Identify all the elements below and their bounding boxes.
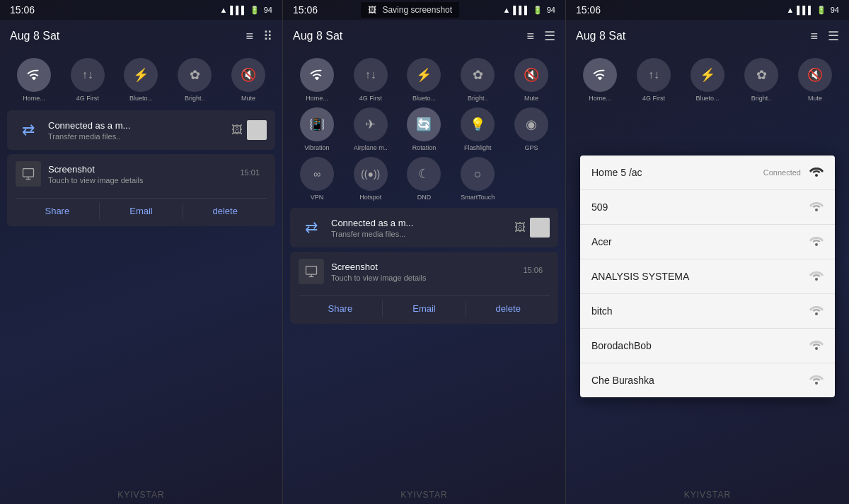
toggle-bt-circle-1[interactable]: ⚡ (124, 58, 158, 92)
wifi-item-home[interactable]: Home 5 /ac Connected (580, 156, 835, 190)
wifi-item-bitch[interactable]: bitch (580, 294, 835, 329)
delete-btn-2[interactable]: delete (466, 300, 550, 317)
toggle-gps-circle-2[interactable]: ◉ (514, 107, 548, 141)
saving-banner: 🖼 Saving screenshot (361, 2, 459, 18)
toggle-rotation-2[interactable]: 🔄 Rotation (403, 107, 445, 151)
notif-screenshot-1[interactable]: Screenshot Touch to view image details 1… (7, 154, 275, 226)
toggle-gps-2[interactable]: ◉ GPS (510, 107, 553, 151)
toggle-mute-circle-2[interactable]: 🔇 (514, 58, 548, 92)
toggle-bt-1[interactable]: ⚡ Blueto... (120, 58, 162, 102)
toggle-bt-2[interactable]: ⚡ Blueto... (403, 58, 445, 102)
toggle-bright-circle-2[interactable]: ✿ (461, 58, 495, 92)
toggle-vpn-2[interactable]: ∞ VPN (296, 157, 338, 201)
toggle-gps-label-2: GPS (525, 144, 538, 151)
hamburger-icon-1[interactable]: ≡ (246, 29, 253, 44)
toggle-flashlight-circle-2[interactable]: 💡 (461, 107, 495, 141)
toggle-bright-2[interactable]: ✿ Bright.. (456, 58, 499, 102)
share-btn-2[interactable]: Share (299, 300, 383, 317)
toggle-bright-3[interactable]: ✿ Bright.. (740, 58, 782, 102)
toggle-smarttouch-2[interactable]: ○ SmartTouch (456, 157, 499, 201)
toggle-wifi-1[interactable]: Home... (13, 58, 55, 102)
phone-panel-1: 15:06 ▲ ▌▌▌ 🔋 94 Aug 8 Sat ≡ ⠿ Home... ↑… (0, 0, 283, 504)
toggle-4g-label-2: 4G First (359, 95, 382, 102)
notif-usb-body-2: Connected as a m... Transfer media files… (331, 218, 507, 238)
toggle-bright-circle-3[interactable]: ✿ (744, 58, 778, 92)
toggle-wifi-circle-1[interactable] (17, 58, 51, 92)
toggle-wifi-3[interactable]: Home... (579, 58, 621, 102)
email-btn-1[interactable]: Email (100, 203, 184, 219)
toggle-4g-2[interactable]: ↑↓ 4G First (350, 58, 392, 102)
toggle-wifi-circle-2[interactable] (300, 58, 334, 92)
email-btn-2[interactable]: Email (383, 300, 467, 317)
toggle-4g-circle-1[interactable]: ↑↓ (71, 58, 105, 92)
saving-text: Saving screenshot (382, 5, 452, 15)
notif-screenshot-sub-1: Touch to view image details (48, 176, 267, 184)
toggle-bt-circle-2[interactable]: ⚡ (407, 58, 441, 92)
svg-rect-0 (23, 169, 34, 177)
wifi-home-signal (809, 165, 824, 180)
wifi-item-acer[interactable]: Acer (580, 225, 835, 259)
toggle-wifi-circle-3[interactable] (583, 58, 617, 92)
toggle-wifi-2[interactable]: Home... (296, 58, 338, 102)
toggle-4g-circle-2[interactable]: ↑↓ (354, 58, 388, 92)
toggle-mute-1[interactable]: 🔇 Mute (227, 58, 270, 102)
toggle-mute-circle-3[interactable]: 🔇 (798, 58, 832, 92)
grid-icon-1[interactable]: ⠿ (263, 28, 272, 44)
usb-icon-2: ⇄ (299, 215, 324, 240)
grid-icon-2[interactable]: ☰ (544, 28, 555, 44)
toggle-airplane-circle-2[interactable]: ✈ (354, 107, 388, 141)
toggle-vibration-label-2: Vibration (304, 144, 329, 151)
status-bar-1: 15:06 ▲ ▌▌▌ 🔋 94 (0, 0, 282, 20)
toggle-hotspot-circle-2[interactable]: ((●)) (354, 157, 388, 191)
toggle-4g-3[interactable]: ↑↓ 4G First (633, 58, 675, 102)
toggle-bright-circle-1[interactable]: ✿ (178, 58, 212, 92)
battery-icon-3: 🔋 (816, 6, 826, 15)
notif-screenshot-body-2: Screenshot Touch to view image details (331, 262, 550, 282)
toggle-mute-circle-1[interactable]: 🔇 (231, 58, 265, 92)
status-icons-3: ▲ ▌▌▌ 🔋 94 (786, 6, 839, 15)
wifi-item-che[interactable]: Che Burashka (580, 363, 835, 397)
header-date-3: Aug 8 Sat (576, 30, 625, 42)
toggle-rotation-circle-2[interactable]: 🔄 (407, 107, 441, 141)
toggle-mute-2[interactable]: 🔇 Mute (510, 58, 553, 102)
toggle-wifi-label-3: Home... (589, 95, 611, 102)
toggle-hotspot-2[interactable]: ((●)) Hotspot (350, 157, 392, 201)
toggle-bt-label-3: Blueto... (695, 95, 719, 102)
hamburger-icon-3[interactable]: ≡ (810, 29, 818, 44)
toggle-flashlight-2[interactable]: 💡 Flashlight (456, 107, 499, 151)
saving-banner-wrap: 🖼 Saving screenshot (318, 2, 502, 18)
notif-usb-1[interactable]: ⇄ Connected as a m... Transfer media fil… (7, 110, 275, 150)
toggle-dnd-2[interactable]: ☾ DND (403, 157, 445, 201)
wifi-item-analysis[interactable]: ANALYSIS SYSTEMA (580, 259, 835, 294)
svg-point-7 (815, 209, 818, 211)
toggle-vibration-circle-2[interactable]: 📳 (300, 107, 334, 141)
hamburger-icon-2[interactable]: ≡ (526, 29, 534, 44)
quick-toggles-1: Home... ↑↓ 4G First ⚡ Blueto... ✿ Bright… (0, 52, 282, 105)
toggle-4g-circle-3[interactable]: ↑↓ (637, 58, 671, 92)
toggle-airplane-2[interactable]: ✈ Airplane m.. (350, 107, 392, 151)
share-btn-1[interactable]: Share (16, 203, 100, 219)
saving-icon: 🖼 (368, 5, 376, 15)
grid-icon-3[interactable]: ☰ (828, 28, 839, 44)
toggle-smarttouch-circle-2[interactable]: ○ (461, 157, 495, 191)
toggle-mute-3[interactable]: 🔇 Mute (794, 58, 836, 102)
status-time-3: 15:06 (576, 4, 601, 16)
toggle-vibration-2[interactable]: 📳 Vibration (296, 107, 338, 151)
toggle-bright-1[interactable]: ✿ Bright.. (173, 58, 216, 102)
toggle-vpn-circle-2[interactable]: ∞ (300, 157, 334, 191)
delete-btn-1[interactable]: delete (183, 203, 267, 219)
wifi-item-509[interactable]: 509 (580, 190, 835, 225)
toggle-rotation-label-2: Rotation (412, 144, 437, 151)
notif-screenshot-2[interactable]: Screenshot Touch to view image details 1… (290, 252, 558, 324)
notif-screenshot-time-1: 15:01 (240, 168, 260, 177)
notif-usb-2[interactable]: ⇄ Connected as a m... Transfer media fil… (290, 208, 558, 247)
toggle-bt-circle-3[interactable]: ⚡ (691, 58, 724, 92)
wifi-dropdown[interactable]: Home 5 /ac Connected 509 Acer ANALYSIS S… (580, 156, 835, 397)
svg-point-8 (815, 243, 818, 246)
toggle-dnd-circle-2[interactable]: ☾ (407, 157, 441, 191)
toggle-4g-1[interactable]: ↑↓ 4G First (67, 58, 109, 102)
wifi-item-borodach[interactable]: BorodachBob (580, 329, 835, 363)
toggle-bt-3[interactable]: ⚡ Blueto... (686, 58, 729, 102)
notification-area-2: ⇄ Connected as a m... Transfer media fil… (283, 206, 565, 486)
header-icons-3: ≡ ☰ (810, 28, 839, 44)
